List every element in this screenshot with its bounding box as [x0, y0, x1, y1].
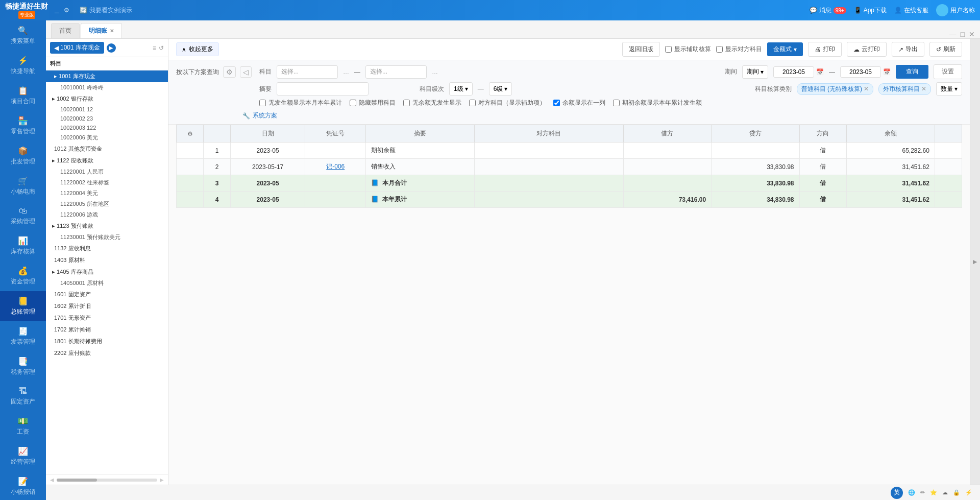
tab-home[interactable]: 首页 [51, 23, 80, 38]
window-control-minimize[interactable]: ＿ [54, 6, 60, 15]
cb-no-zero-input[interactable] [403, 100, 410, 106]
app-download-btn[interactable]: 📱 App下载 [854, 6, 887, 15]
tree-nav-right-icon[interactable]: ▶ [107, 43, 116, 53]
settings-gear-icon[interactable]: ⚙ [64, 7, 69, 14]
tree-item-11220004[interactable]: 11220004 美元 [46, 188, 168, 199]
tree-item-10020002[interactable]: 10020002 23 [46, 114, 168, 123]
tree-item-10020001[interactable]: 10020001 12 [46, 105, 168, 114]
online-service-btn[interactable]: 👤 在线客服 [894, 6, 928, 15]
tree-item-1602[interactable]: 1602 累计折旧 [46, 300, 168, 312]
tree-item-11220005[interactable]: 11220005 所在地区 [46, 199, 168, 209]
window-minimize-icon[interactable]: — [949, 30, 957, 38]
window-close-icon[interactable]: ✕ [969, 30, 975, 38]
notification-btn[interactable]: 💬 消息 99+ [810, 6, 846, 15]
cb-balance-col-input[interactable] [553, 100, 560, 106]
row-settings-3[interactable] [177, 175, 204, 192]
cb-no-balance-input[interactable] [259, 100, 266, 106]
query-btn[interactable]: 查询 [896, 65, 928, 79]
sidebar-item-search[interactable]: 🔍 搜索菜单 [0, 20, 46, 51]
tree-item-1122[interactable]: ▸ 1122 应收账款 [46, 155, 168, 166]
sidebar-item-inventory[interactable]: 📊 库存核算 [0, 231, 46, 261]
period-start-input[interactable] [773, 66, 814, 78]
export-btn[interactable]: ↗ 导出 [892, 42, 924, 57]
calendar-start-icon[interactable]: 📅 [816, 68, 824, 76]
row-settings-2[interactable] [177, 159, 204, 175]
tree-item-10010001[interactable]: 10010001 咚咚咚 [46, 82, 168, 93]
sidebar-item-ecommerce[interactable]: 🛒 小畅电商 [0, 171, 46, 201]
filter-settings-btn[interactable]: 设置 [934, 64, 962, 79]
refresh-btn[interactable]: ↺ 刷新 [929, 42, 962, 57]
sidebar-item-purchase[interactable]: 🛍 采购管理 [0, 201, 46, 231]
tree-item-11220002[interactable]: 11220002 往来标签 [46, 177, 168, 188]
cloud-print-btn[interactable]: ☁ 云打印 [847, 42, 887, 57]
sidebar-item-project[interactable]: 📋 项目合同 [0, 81, 46, 111]
tag-normal-close-icon[interactable]: ✕ [864, 85, 869, 92]
subject-to-input[interactable]: 选择... [365, 65, 427, 79]
status-translate-icon[interactable]: 🌐 [908, 489, 915, 496]
summary-input[interactable] [277, 82, 369, 96]
show-check-checkbox[interactable] [665, 46, 672, 53]
sidebar-item-ops[interactable]: 📈 经营管理 [0, 441, 46, 471]
sidebar-item-quick[interactable]: ⚡ 快捷导航 [0, 51, 46, 81]
tree-columns-icon[interactable]: ≡ [153, 44, 156, 52]
period-end-input[interactable] [840, 66, 881, 78]
right-collapse-panel[interactable]: ▶ [970, 39, 980, 485]
sidebar-item-wholesale[interactable]: 📦 批发管理 [0, 141, 46, 171]
lang-switch-btn[interactable]: 英 [891, 487, 903, 499]
sidebar-item-invoice[interactable]: 🧾 发票管理 [0, 321, 46, 351]
scheme-collapse-icon[interactable]: ◁ [240, 66, 252, 78]
tree-item-1403[interactable]: 1403 原材料 [46, 254, 168, 266]
sidebar-item-tax[interactable]: 📑 税务管理 [0, 351, 46, 382]
tree-refresh-icon[interactable]: ↺ [159, 44, 164, 52]
scheme-btn[interactable]: 🔧 系统方案 [242, 111, 277, 120]
tab-detail[interactable]: 明细账 ✕ [81, 23, 122, 38]
sidebar-item-ledger[interactable]: 📒 总账管理 [0, 291, 46, 321]
tree-item-1002[interactable]: ▸ 1002 银行存款 [46, 93, 168, 105]
tree-item-1012[interactable]: 1012 其他货币资金 [46, 143, 168, 155]
quantity-select[interactable]: 数量 ▾ [936, 82, 962, 96]
col-header-settings[interactable]: ⚙ [177, 125, 204, 142]
status-star-icon[interactable]: ⭐ [930, 489, 937, 496]
tab-detail-close-icon[interactable]: ✕ [110, 28, 114, 34]
tree-item-1702[interactable]: 1702 累计摊销 [46, 324, 168, 336]
tree-search-current-btn[interactable]: ◀ 1001 库存现金 [50, 42, 104, 54]
cb-show-contra-input[interactable] [469, 100, 476, 106]
user-btn[interactable]: 用户名称 [936, 4, 975, 16]
calendar-end-icon[interactable]: 📅 [883, 68, 891, 76]
tree-item-1701[interactable]: 1701 无形资产 [46, 312, 168, 324]
tree-item-1601[interactable]: 1601 固定资产 [46, 289, 168, 300]
window-maximize-icon[interactable]: □ [961, 30, 965, 38]
format-btn[interactable]: 金额式 ▾ [767, 42, 803, 56]
sidebar-item-capital[interactable]: 💰 资金管理 [0, 261, 46, 291]
tree-item-11220001[interactable]: 11220001 人民币 [46, 166, 168, 177]
sidebar-item-payroll[interactable]: 💵 工资 [0, 411, 46, 441]
tree-item-1801[interactable]: 1801 长期待摊费用 [46, 336, 168, 347]
cb-period-balance-input[interactable] [613, 100, 620, 106]
cb-hide-disabled-input[interactable] [350, 100, 356, 106]
collapse-more-btn[interactable]: ∧ 收起更多 [176, 42, 219, 56]
tree-item-2202[interactable]: 2202 应付账款 [46, 347, 168, 359]
voucher-link-2[interactable]: 记-006 [326, 163, 345, 170]
period-type-select[interactable]: 期间 ▾ [742, 65, 768, 79]
tree-item-1001[interactable]: ▸ 1001 库存现金 [46, 70, 168, 82]
tag-foreign-close-icon[interactable]: ✕ [921, 85, 926, 92]
scheme-settings-icon[interactable]: ⚙ [223, 66, 236, 78]
status-edit-icon[interactable]: ✏ [920, 489, 925, 496]
row-settings-4[interactable] [177, 192, 204, 208]
print-btn[interactable]: 🖨 打印 [808, 42, 842, 57]
tag-foreign[interactable]: 外币核算科目 ✕ [878, 83, 931, 95]
status-cloud-icon[interactable]: ☁ [942, 489, 948, 496]
tree-item-1123[interactable]: ▸ 1123 预付账款 [46, 220, 168, 232]
scroll-left-icon[interactable]: ◀ [50, 477, 54, 483]
status-lock-icon[interactable]: 🔒 [953, 489, 960, 496]
scroll-right-icon[interactable]: ▶ [160, 477, 164, 483]
tree-item-11230001[interactable]: 11230001 预付账款美元 [46, 232, 168, 243]
sidebar-item-report[interactable]: 📝 小畅报销 [0, 471, 46, 500]
tag-normal[interactable]: 普通科目 (无特殊核算) ✕ [797, 83, 873, 95]
subject-from-input[interactable]: 选择... [277, 65, 338, 79]
level-to-select[interactable]: 6级 ▾ [489, 82, 512, 96]
level-from-select[interactable]: 1级 ▾ [449, 82, 473, 96]
tree-horizontal-scrollbar[interactable] [57, 479, 157, 482]
row-settings-1[interactable] [177, 142, 204, 159]
tree-item-14050001[interactable]: 14050001 原材料 [46, 278, 168, 289]
